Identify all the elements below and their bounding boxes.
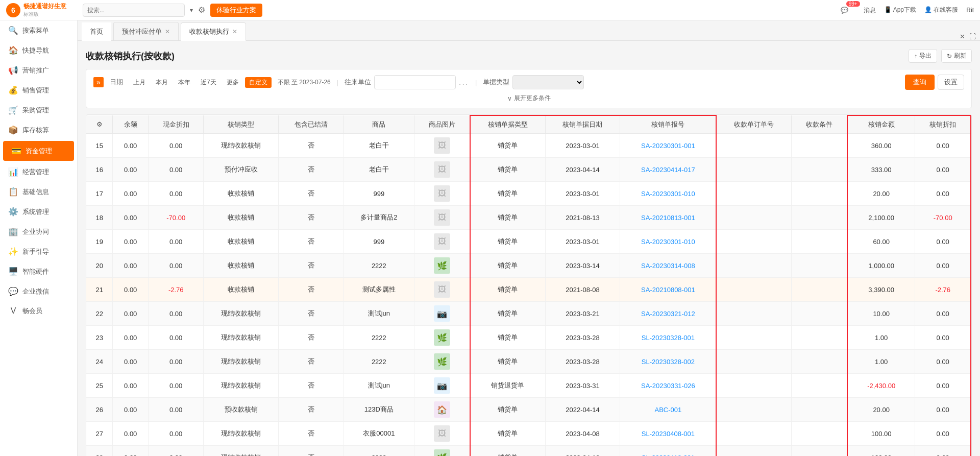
receipt-doc-link[interactable]: SA-20230301-010 (641, 238, 695, 246)
sidebar-item-sales[interactable]: 💰 销售管理 (0, 80, 77, 100)
message-badge: 99+ (846, 1, 860, 7)
th-gear[interactable]: ⚙ (86, 115, 113, 134)
receipt-doc-link[interactable]: SA-20210813-001 (641, 214, 695, 222)
sidebar-label-purchase: 采购管理 (22, 106, 49, 115)
row-product-img: 🌿 (414, 254, 470, 278)
row-cash-discount: 0.00 (149, 350, 204, 374)
date-pill-thisyear[interactable]: 本年 (174, 77, 194, 88)
dropdown-chevron-icon[interactable]: ▾ (190, 7, 193, 14)
sidebar-item-wechat[interactable]: 💬 企业微信 (0, 281, 77, 301)
receipt-doc-link[interactable]: SL-20230328-002 (642, 358, 695, 366)
product-image-placeholder: 🖼 (434, 425, 450, 442)
tab-home[interactable]: 首页 (82, 22, 111, 41)
basic-icon: 📋 (8, 187, 18, 197)
row-no: 25 (86, 374, 113, 398)
from-unit-field: 往来单位 ... (345, 75, 469, 89)
receipt-doc-link[interactable]: ABC-001 (654, 406, 681, 414)
row-receipt-order-no (716, 206, 792, 230)
row-include-settled: 否 (279, 206, 344, 230)
receipt-doc-link[interactable]: SA-20230301-001 (641, 142, 695, 150)
query-button[interactable]: 查询 (905, 75, 935, 90)
sidebar-item-quicknav[interactable]: 🏠 快捷导航 (0, 40, 77, 60)
receipt-doc-link[interactable]: SA-20230414-017 (641, 166, 695, 174)
receipt-doc-link[interactable]: SL-20230328-001 (642, 334, 695, 342)
date-pill-lastmonth[interactable]: 上月 (129, 77, 150, 88)
tab-receipt[interactable]: 收款核销执行 ✕ (181, 22, 246, 41)
app-edition: 标准版 (23, 11, 66, 18)
row-writeoff-amount: 2,100.00 (847, 206, 915, 230)
row-writeoff-discount: -70.00 (915, 206, 971, 230)
setting-button[interactable]: 设置 (938, 75, 964, 90)
row-cash-discount: 0.00 (149, 302, 204, 326)
tab-receipt-close-icon[interactable]: ✕ (232, 28, 237, 35)
tab-prepay-close-icon[interactable]: ✕ (165, 28, 170, 35)
refresh-button[interactable]: ↻ 刷新 (941, 49, 972, 63)
search-input[interactable] (83, 4, 185, 17)
receipt-type-select[interactable] (512, 75, 584, 89)
sidebar-item-inventory[interactable]: 📦 库存核算 (0, 120, 77, 140)
sidebar-item-capital[interactable]: 💳 资金管理 (3, 141, 74, 161)
sidebar-item-enterprise[interactable]: 🏢 企业协同 (0, 222, 77, 242)
app-download-link[interactable]: 📱 App下载 (884, 6, 916, 14)
receipt-doc-link[interactable]: SA-20230314-008 (641, 262, 695, 270)
row-product-img: 🌿 (414, 350, 470, 374)
date-pill-7days[interactable]: 近7天 (197, 77, 220, 88)
sidebar-item-basic[interactable]: 📋 基础信息 (0, 182, 77, 202)
receipt-doc-link[interactable]: SA-20230301-010 (641, 190, 695, 198)
sidebar-item-search[interactable]: 🔍 搜索菜单 (0, 20, 77, 40)
row-writeoff-type: 收款核销 (204, 206, 279, 230)
row-receipt-doc-type: 销货单 (470, 182, 546, 206)
date-pill-custom[interactable]: 自定义 (245, 77, 272, 88)
row-writeoff-type: 收款核销 (204, 182, 279, 206)
sidebar-item-hardware[interactable]: 🖥️ 智能硬件 (0, 261, 77, 281)
row-product: 2222 (344, 446, 414, 457)
row-no: 22 (86, 302, 113, 326)
row-receipt-doc-type: 销货单 (470, 230, 546, 254)
logo-icon: 6 (6, 3, 20, 17)
tab-prepay[interactable]: 预付冲应付单 ✕ (113, 22, 179, 40)
message-label[interactable]: 消息 (864, 7, 876, 14)
row-cash-discount: 0.00 (149, 254, 204, 278)
row-balance: 0.00 (113, 350, 149, 374)
row-cash-discount: -2.76 (149, 278, 204, 302)
online-service-link[interactable]: 👤 在线客服 (924, 6, 958, 14)
message-icon[interactable]: 💬99+ 消息 (841, 5, 876, 15)
sidebar-item-system[interactable]: ⚙️ 系统管理 (0, 202, 77, 222)
from-unit-input[interactable] (374, 75, 456, 89)
row-writeoff-amount: 1.00 (847, 350, 915, 374)
tab-prepay-label: 预付冲应付单 (122, 27, 162, 36)
date-pill-thismonth[interactable]: 本月 (152, 77, 172, 88)
table-row: 21 0.00 -2.76 收款核销 否 测试多属性 🖼 销货单 2021-08… (86, 278, 971, 302)
solution-button[interactable]: 休验行业方案 (210, 4, 262, 17)
th-balance: 余额 (113, 115, 149, 134)
row-writeoff-amount: 1.00 (847, 326, 915, 350)
refresh-icon: ↻ (947, 53, 952, 60)
sidebar-item-operations[interactable]: 📊 经营管理 (0, 162, 77, 182)
sidebar-item-guide[interactable]: ✨ 新手引导 (0, 242, 77, 261)
user-name[interactable]: Rit (966, 7, 974, 14)
sidebar-item-marketing[interactable]: 📢 营销推广 (0, 60, 77, 80)
receipt-doc-link[interactable]: SL-20230418-001 (642, 454, 695, 457)
receipt-doc-link[interactable]: SA-20230331-026 (641, 382, 695, 390)
close-window-icon[interactable]: ✕ (960, 33, 965, 40)
expand-more-button[interactable]: ∨ 展开更多条件 (507, 94, 551, 103)
receipt-doc-link[interactable]: SL-20230408-001 (642, 430, 695, 438)
filter-expand-button[interactable]: » (93, 77, 104, 87)
row-balance: 0.00 (113, 182, 149, 206)
row-writeoff-type: 现结收款核销 (204, 446, 279, 457)
product-image-placeholder: 🖼 (434, 137, 450, 154)
sidebar-item-purchase[interactable]: 🛒 采购管理 (0, 100, 77, 120)
row-product-img: 🖼 (414, 134, 470, 158)
row-receipt-doc-no: SA-20230301-010 (620, 230, 716, 254)
row-receipt-cond (792, 374, 847, 398)
receipt-doc-link[interactable]: SA-20230321-012 (641, 310, 695, 318)
row-writeoff-type: 预收款核销 (204, 398, 279, 422)
receipt-doc-link[interactable]: SA-20210808-001 (641, 286, 695, 294)
settings-gear-icon[interactable]: ⚙ (198, 5, 205, 15)
sidebar-item-member[interactable]: V 畅会员 (0, 301, 77, 321)
row-balance: 0.00 (113, 446, 149, 457)
expand-window-icon[interactable]: ⛶ (969, 33, 976, 40)
date-pill-more[interactable]: 更多 (223, 77, 243, 88)
export-button[interactable]: ↑ 导出 (909, 49, 937, 63)
row-writeoff-amount: 10.00 (847, 302, 915, 326)
